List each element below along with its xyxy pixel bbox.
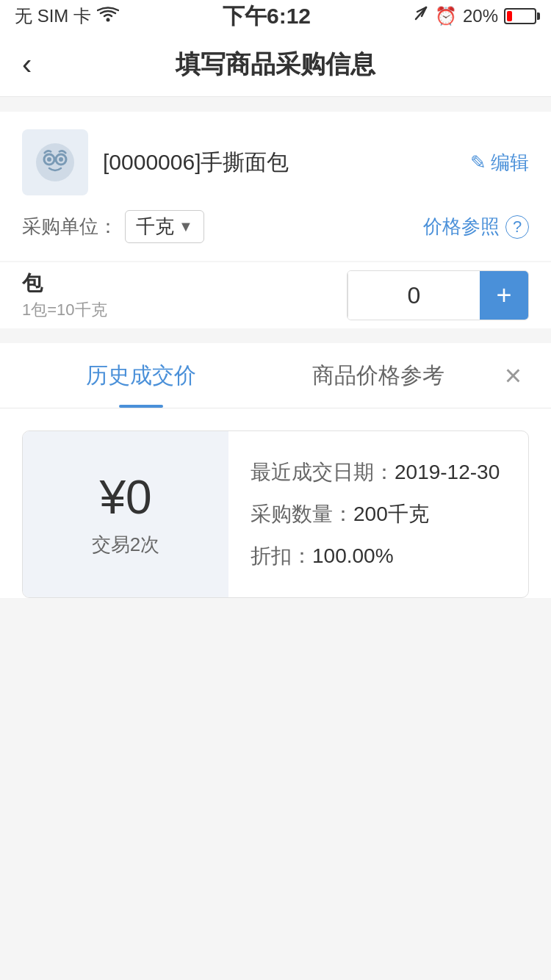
discount-label: 折扣：	[251, 544, 312, 567]
page-title: 填写商品采购信息	[176, 48, 375, 82]
price-amount: ¥0	[99, 470, 151, 525]
discount-value: 100.00%	[312, 544, 394, 567]
nav-bar: ‹ 填写商品采购信息	[0, 32, 551, 97]
price-trades-count: 交易2次	[92, 532, 159, 558]
tab-product-price-reference[interactable]: 商品价格参考	[259, 343, 497, 408]
price-ref-label: 价格参照	[423, 214, 500, 239]
carrier-text: 无 SIM 卡	[15, 4, 91, 28]
recent-date-value: 2019-12-30	[395, 461, 500, 483]
svg-point-0	[107, 18, 110, 22]
location-icon	[414, 6, 429, 26]
status-bar: 无 SIM 卡 下午6:12 ⏰ 20%	[0, 0, 551, 32]
svg-point-1	[36, 143, 74, 181]
quantity-controls: +	[347, 270, 529, 320]
battery-icon	[504, 8, 536, 24]
tabs-header: 历史成交价 商品价格参考 ×	[0, 343, 551, 408]
unit-label: 采购单位：	[22, 214, 118, 239]
status-time: 下午6:12	[223, 1, 311, 32]
price-value: 0	[126, 471, 152, 524]
tabs-close-button[interactable]: ×	[497, 352, 529, 400]
back-button[interactable]: ‹	[22, 48, 32, 81]
discount-row: 折扣：100.00%	[251, 541, 506, 570]
recent-date-label: 最近成交日期：	[251, 461, 395, 483]
currency-symbol: ¥	[99, 471, 126, 524]
svg-point-4	[47, 157, 51, 162]
price-reference-button[interactable]: 价格参照 ?	[423, 214, 529, 239]
edit-icon: ✎	[470, 151, 486, 174]
product-info: [0000006]手撕面包	[22, 129, 289, 195]
price-card: ¥0 交易2次 最近成交日期：2019-12-30 采购数量：200千克 折扣：…	[22, 430, 529, 598]
product-logo-icon	[33, 140, 77, 184]
purchase-quantity-label: 采购数量：	[251, 502, 353, 525]
unit-badge: 包	[22, 270, 43, 298]
battery-fill	[507, 11, 512, 21]
quantity-row: 包 1包=10千克 +	[0, 262, 551, 328]
status-right: ⏰ 20%	[414, 6, 536, 26]
tabs-section: 历史成交价 商品价格参考 × ¥0 交易2次 最近成交日期：2019-12-30…	[0, 343, 551, 598]
unit-row: 采购单位： 千克 ▼ 价格参照 ?	[22, 210, 529, 243]
tab-historical-price[interactable]: 历史成交价	[22, 343, 259, 408]
product-card: [0000006]手撕面包 ✎ 编辑 采购单位： 千克 ▼ 价格参照 ?	[0, 112, 551, 261]
status-left: 无 SIM 卡	[15, 4, 119, 28]
quantity-section: 包 1包=10千克 +	[0, 262, 551, 328]
product-header: [0000006]手撕面包 ✎ 编辑	[22, 129, 529, 195]
unit-dropdown[interactable]: 千克 ▼	[125, 210, 204, 243]
battery-percent: 20%	[463, 6, 498, 26]
quantity-input[interactable]	[347, 271, 480, 320]
product-name: [0000006]手撕面包	[103, 148, 289, 178]
product-image	[22, 129, 88, 195]
unit-selector-area: 采购单位： 千克 ▼	[22, 210, 204, 243]
purchase-quantity-value: 200千克	[353, 502, 429, 525]
quantity-unit-info: 包 1包=10千克	[22, 270, 125, 321]
purchase-quantity-row: 采购数量：200千克	[251, 500, 506, 528]
price-card-left: ¥0 交易2次	[23, 431, 228, 597]
unit-conversion: 1包=10千克	[22, 299, 125, 321]
dropdown-arrow-icon: ▼	[179, 218, 193, 235]
edit-button[interactable]: ✎ 编辑	[470, 150, 529, 176]
alarm-icon: ⏰	[435, 6, 457, 26]
wifi-icon	[97, 6, 119, 26]
help-icon: ?	[505, 215, 529, 239]
price-card-right: 最近成交日期：2019-12-30 采购数量：200千克 折扣：100.00%	[228, 431, 528, 597]
quantity-plus-button[interactable]: +	[480, 271, 528, 320]
recent-date-row: 最近成交日期：2019-12-30	[251, 458, 506, 486]
quantity-unit-main: 包	[22, 270, 125, 298]
svg-point-5	[59, 157, 63, 162]
main-content	[0, 620, 551, 980]
unit-value: 千克	[136, 214, 174, 239]
